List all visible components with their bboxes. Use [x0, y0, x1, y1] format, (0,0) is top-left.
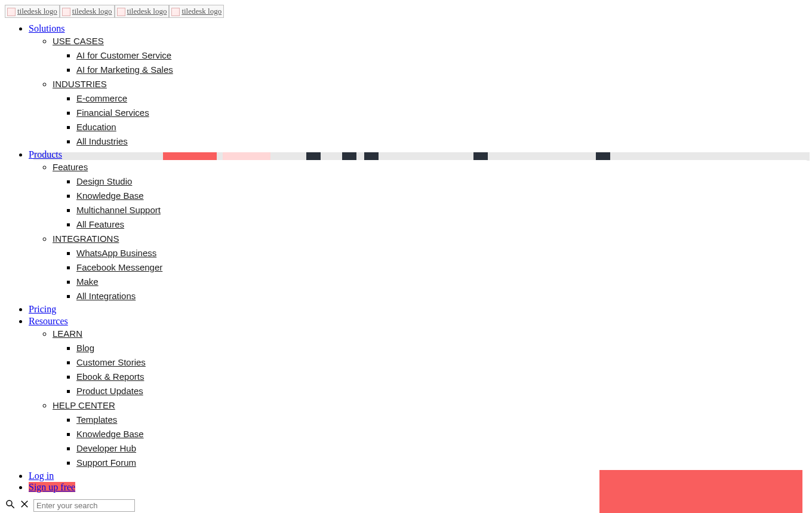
broken-image-icon: [62, 8, 70, 16]
login-link[interactable]: Log in: [29, 471, 54, 481]
nav-all-features[interactable]: All Features: [76, 219, 124, 229]
logo-link-4[interactable]: tiledesk logo: [169, 5, 224, 18]
nav-ebook-reports[interactable]: Ebook & Reports: [76, 371, 144, 382]
nav-ai-marketing-sales[interactable]: AI for Marketing & Sales: [76, 64, 173, 75]
close-icon[interactable]: [19, 499, 30, 512]
broken-image-icon: [117, 8, 125, 16]
nav-templates[interactable]: Templates: [76, 414, 117, 425]
nav-all-integrations[interactable]: All Integrations: [76, 291, 136, 301]
nav-learn[interactable]: LEARN: [53, 328, 82, 339]
nav-help-center[interactable]: HELP CENTER: [53, 400, 115, 410]
nav-make[interactable]: Make: [76, 277, 99, 287]
nav-ecommerce[interactable]: E-commerce: [76, 93, 127, 103]
logo-link-2[interactable]: tiledesk logo: [60, 5, 115, 18]
nav-product-updates[interactable]: Product Updates: [76, 386, 143, 396]
nav-industries[interactable]: INDUSTRIES: [53, 79, 107, 89]
nav-features[interactable]: Features: [53, 162, 88, 172]
broken-image-icon: [7, 8, 16, 16]
nav-customer-stories[interactable]: Customer Stories: [76, 357, 146, 367]
nav-products[interactable]: Products: [29, 149, 62, 159]
logo-alt-text: tiledesk logo: [17, 7, 57, 16]
logo-link-3[interactable]: tiledesk logo: [115, 5, 170, 18]
nav-use-cases[interactable]: USE CASES: [53, 36, 104, 46]
nav-ai-customer-service[interactable]: AI for Customer Service: [76, 50, 171, 60]
logo-alt-text: tiledesk logo: [182, 7, 222, 16]
nav-support-forum[interactable]: Support Forum: [76, 457, 136, 468]
nav-all-industries[interactable]: All Industries: [76, 136, 128, 146]
nav-blog[interactable]: Blog: [76, 343, 94, 353]
nav-developer-hub[interactable]: Developer Hub: [76, 443, 136, 453]
nav-pricing[interactable]: Pricing: [29, 304, 56, 314]
main-nav: Solutions USE CASES AI for Customer Serv…: [5, 23, 807, 493]
nav-knowledge-base[interactable]: Knowledge Base: [76, 191, 144, 201]
signup-button[interactable]: Sign up free: [29, 482, 75, 492]
nav-resources[interactable]: Resources: [29, 316, 68, 326]
nav-multichannel-support[interactable]: Multichannel Support: [76, 205, 161, 215]
search-icon[interactable]: [5, 499, 16, 512]
nav-integrations[interactable]: INTEGRATIONS: [53, 234, 119, 244]
svg-line-1: [11, 505, 14, 508]
search-input[interactable]: [33, 499, 135, 512]
header-logo-row: tiledesk logotiledesk logotiledesk logot…: [5, 5, 807, 18]
svg-point-0: [7, 500, 12, 506]
nav-facebook-messenger[interactable]: Facebook Messenger: [76, 262, 162, 272]
logo-link-1[interactable]: tiledesk logo: [5, 5, 60, 18]
nav-knowledge-base-help[interactable]: Knowledge Base: [76, 429, 144, 439]
nav-education[interactable]: Education: [76, 122, 116, 132]
broken-image-icon: [171, 8, 180, 16]
nav-whatsapp-business[interactable]: WhatsApp Business: [76, 248, 156, 258]
nav-financial-services[interactable]: Financial Services: [76, 107, 149, 118]
logo-alt-text: tiledesk logo: [72, 7, 112, 16]
nav-design-studio[interactable]: Design Studio: [76, 176, 132, 186]
nav-solutions[interactable]: Solutions: [29, 23, 64, 33]
logo-alt-text: tiledesk logo: [127, 7, 167, 16]
